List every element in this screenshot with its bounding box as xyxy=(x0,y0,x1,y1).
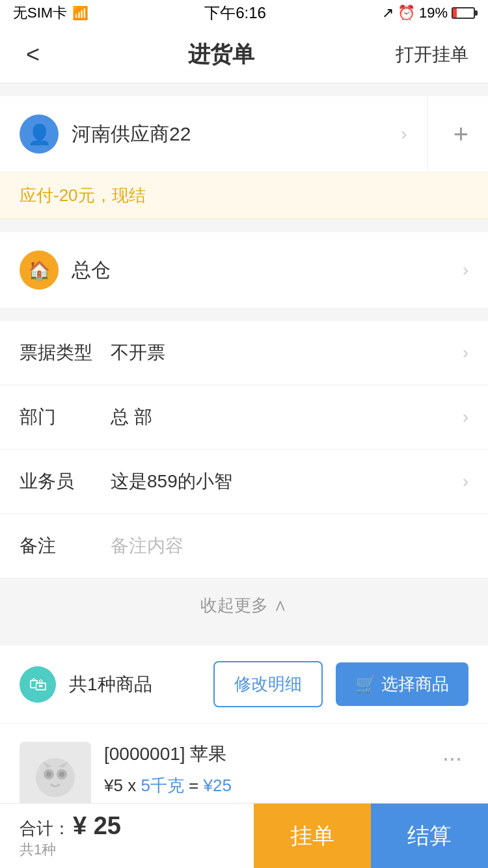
fields-card: 票据类型 不开票 › 部门 总 部 › 业务员 这是859的小智 › 备注 备注… xyxy=(0,321,488,578)
section-gap-1 xyxy=(0,83,488,96)
department-chevron-icon: › xyxy=(463,407,468,427)
status-right: ↗ ⏰ 19% xyxy=(382,5,475,21)
product-total: ¥25 xyxy=(204,776,232,795)
salesperson-chevron-icon: › xyxy=(463,471,468,492)
wifi-icon: 📶 xyxy=(72,5,88,21)
product-more-button[interactable]: ··· xyxy=(436,742,468,774)
total-section: 合计： ¥ 25 共1种 xyxy=(0,804,254,868)
add-supplier-button[interactable]: + xyxy=(427,96,488,172)
remark-label: 备注 xyxy=(20,534,111,558)
price-text: ¥5 xyxy=(104,776,123,795)
hang-button[interactable]: 挂单 xyxy=(254,804,371,868)
carrier-label: 无SIM卡 xyxy=(13,3,67,23)
invoice-type-value: 不开票 xyxy=(111,340,456,365)
owl-logo xyxy=(33,755,78,800)
total-label: 合计： xyxy=(20,817,70,840)
status-left: 无SIM卡 📶 xyxy=(13,3,88,23)
product-count-label: 共1种商品 xyxy=(69,672,200,697)
salesperson-label: 业务员 xyxy=(20,469,111,494)
supplier-row[interactable]: 👤 河南供应商22 › xyxy=(0,96,427,172)
collapse-row[interactable]: 收起更多 ∧ xyxy=(0,578,488,632)
warehouse-name: 总仓 xyxy=(72,257,111,284)
svg-point-3 xyxy=(46,772,51,777)
remark-row[interactable]: 备注 备注内容 xyxy=(0,514,488,578)
nav-bar: < 进货单 打开挂单 xyxy=(0,26,488,83)
supplier-name: 河南供应商22 xyxy=(72,121,191,148)
equals-sign: = xyxy=(189,776,203,795)
supplier-icon: 👤 xyxy=(20,115,59,154)
warehouse-icon: 🏠 xyxy=(20,251,59,290)
bottom-bar: 合计： ¥ 25 共1种 挂单 结算 xyxy=(0,803,488,868)
product-details: [0000001] 苹果 ¥5 x 5千克 = ¥25 xyxy=(104,742,423,797)
status-time: 下午6:16 xyxy=(204,3,266,23)
invoice-chevron-icon: › xyxy=(463,342,468,363)
supplier-info: 河南供应商22 xyxy=(72,121,394,148)
product-header: 🛍 共1种商品 修改明细 🛒 选择商品 xyxy=(0,645,488,724)
battery-percent: 19% xyxy=(419,5,448,21)
department-label: 部门 xyxy=(20,405,111,429)
open-hang-button[interactable]: 打开挂单 xyxy=(396,42,468,67)
section-gap-3 xyxy=(0,308,488,321)
warning-banner: 应付-20元，现结 xyxy=(0,172,488,219)
invoice-type-label: 票据类型 xyxy=(20,340,111,365)
back-button[interactable]: < xyxy=(20,34,46,75)
product-name: [0000001] 苹果 xyxy=(104,742,423,766)
status-bar: 无SIM卡 📶 下午6:16 ↗ ⏰ 19% xyxy=(0,0,488,26)
section-gap-2 xyxy=(0,219,488,232)
warehouse-row[interactable]: 🏠 总仓 › xyxy=(0,232,488,308)
collapse-label: 收起更多 ∧ xyxy=(200,594,287,617)
edit-detail-button[interactable]: 修改明细 xyxy=(213,661,323,707)
select-product-icon: 🛒 xyxy=(355,674,376,694)
salesperson-value: 这是859的小智 xyxy=(111,469,456,494)
supplier-card: 👤 河南供应商22 › + 应付-20元，现结 xyxy=(0,96,488,219)
battery-icon xyxy=(452,7,475,19)
invoice-type-row[interactable]: 票据类型 不开票 › xyxy=(0,321,488,385)
svg-point-4 xyxy=(59,772,64,777)
alarm-icon: ⏰ xyxy=(398,5,415,21)
remark-placeholder: 备注内容 xyxy=(111,534,468,558)
warehouse-chevron-icon: › xyxy=(463,260,468,280)
location-icon: ↗ xyxy=(382,5,394,21)
warning-text: 应付-20元，现结 xyxy=(20,185,146,205)
svg-point-0 xyxy=(36,758,75,797)
warehouse-card: 🏠 总仓 › xyxy=(0,232,488,308)
total-amount: ¥ 25 xyxy=(73,812,121,840)
select-product-label: 选择商品 xyxy=(381,673,449,696)
department-row[interactable]: 部门 总 部 › xyxy=(0,385,488,450)
section-gap-4 xyxy=(0,632,488,645)
product-count-icon: 🛍 xyxy=(20,666,56,703)
product-price-formula: ¥5 x 5千克 = ¥25 xyxy=(104,774,423,797)
select-product-button[interactable]: 🛒 选择商品 xyxy=(336,662,468,706)
price-sep: x xyxy=(128,776,141,795)
supplier-chevron-icon: › xyxy=(401,124,407,144)
department-value: 总 部 xyxy=(111,405,456,429)
plus-icon: + xyxy=(454,120,468,149)
page-title: 进货单 xyxy=(188,40,254,70)
salesperson-row[interactable]: 业务员 这是859的小智 › xyxy=(0,450,488,514)
product-quantity: 5千克 xyxy=(141,776,183,795)
total-count: 共1种 xyxy=(20,840,234,860)
warehouse-info: 总仓 xyxy=(72,257,456,284)
settle-button[interactable]: 结算 xyxy=(371,804,488,868)
